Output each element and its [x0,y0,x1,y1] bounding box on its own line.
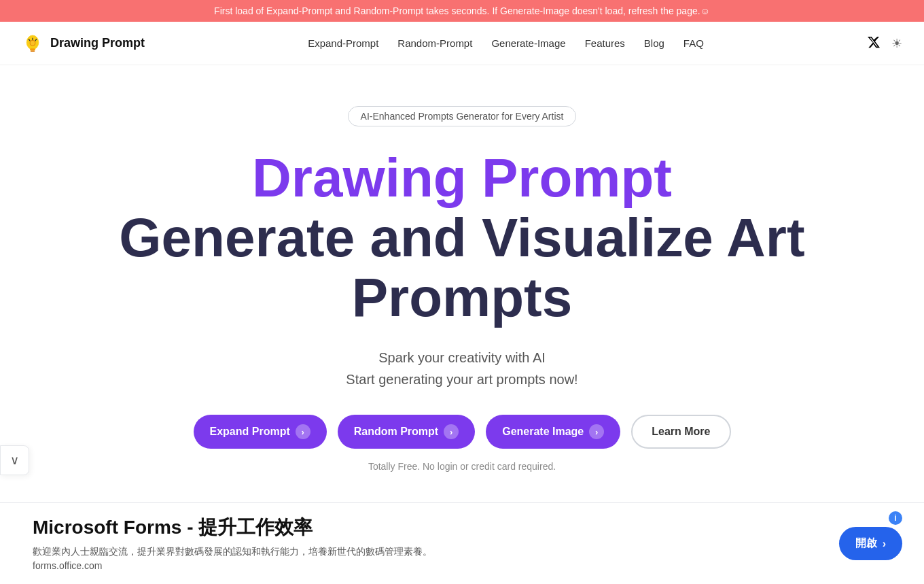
nav-features[interactable]: Features [585,37,625,49]
expand-prompt-arrow-icon: › [296,424,310,439]
hero-title-dark-1: Generate and Visualize Art [119,208,804,268]
nav-generate-image[interactable]: Generate-Image [491,37,565,49]
banner-text: First load of Expand-Prompt and Random-P… [214,5,710,16]
svg-point-6 [30,40,35,46]
hero-note: Totally Free. No login or credit card re… [368,461,556,472]
nav-expand-prompt[interactable]: Expand-Prompt [308,37,378,49]
nav-logo-text: Drawing Prompt [50,36,145,50]
hero-title-purple: Drawing Prompt [119,148,804,208]
generate-image-button[interactable]: Generate Image › [486,415,620,449]
nav-actions: ☀ [867,35,902,52]
sun-icon: ☀ [891,37,902,50]
random-prompt-arrow-icon: › [444,424,459,439]
svg-rect-2 [31,50,35,52]
hero-title: Drawing Prompt Generate and Visualize Ar… [119,148,804,328]
hero-badge: AI-Enhanced Prompts Generator for Every … [348,106,577,126]
scroll-hint-button[interactable]: ∨ [0,445,29,475]
theme-toggle-button[interactable]: ☀ [891,36,902,51]
nav-logo[interactable]: Drawing Prompt [22,33,145,54]
twitter-icon[interactable] [867,35,881,52]
navbar: Drawing Prompt Expand-Prompt Random-Prom… [0,22,924,65]
hero-subtitle: Spark your creativity with AI Start gene… [346,347,578,390]
hero-section: AI-Enhanced Prompts Generator for Every … [0,65,924,499]
nav-random-prompt[interactable]: Random-Prompt [397,37,472,49]
logo-icon [22,33,43,54]
hero-title-dark-2: Prompts [119,268,804,328]
nav-links: Expand-Prompt Random-Prompt Generate-Ima… [308,37,704,50]
learn-more-button[interactable]: Learn More [631,415,730,449]
nav-faq[interactable]: FAQ [683,37,704,49]
expand-prompt-button[interactable]: Expand Prompt › [194,415,327,449]
generate-image-arrow-icon: › [589,424,604,439]
top-banner: First load of Expand-Prompt and Random-P… [0,0,924,22]
nav-blog[interactable]: Blog [644,37,664,49]
random-prompt-button[interactable]: Random Prompt › [338,415,475,449]
chevron-down-icon: ∨ [10,453,19,467]
hero-buttons: Expand Prompt › Random Prompt › Generate… [194,415,731,449]
svg-rect-1 [30,48,35,50]
